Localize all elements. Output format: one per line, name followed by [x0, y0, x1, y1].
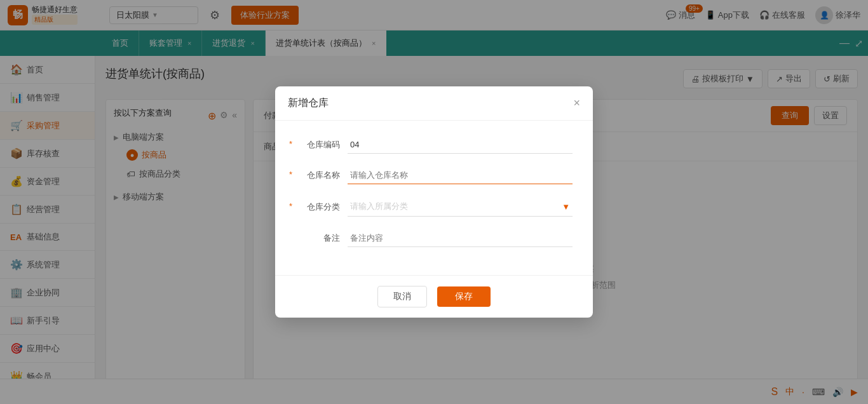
save-button[interactable]: 保存: [437, 286, 491, 307]
category-placeholder: 请输入所属分类: [350, 201, 408, 212]
modal-overlay[interactable]: 新增仓库 × 仓库编码 仓库名称 仓库分类 请输入所属分类 ▼: [0, 0, 868, 404]
new-warehouse-dialog: 新增仓库 × 仓库编码 仓库名称 仓库分类 请输入所属分类 ▼: [275, 86, 593, 318]
warehouse-category-select[interactable]: 请输入所属分类 ▼: [348, 197, 573, 217]
cancel-button[interactable]: 取消: [377, 286, 427, 307]
warehouse-name-input[interactable]: [348, 166, 573, 184]
dialog-title: 新增仓库: [288, 97, 329, 110]
warehouse-note-label: 备注: [295, 232, 340, 244]
warehouse-code-input[interactable]: [348, 136, 573, 154]
warehouse-category-row: 仓库分类 请输入所属分类 ▼: [295, 197, 573, 217]
dialog-footer: 取消 保存: [275, 275, 593, 318]
warehouse-note-input[interactable]: [348, 229, 573, 247]
warehouse-note-row: 备注: [295, 229, 573, 247]
warehouse-category-label: 仓库分类: [295, 201, 340, 213]
warehouse-name-row: 仓库名称: [295, 166, 573, 184]
chevron-down-icon: ▼: [562, 202, 570, 212]
dialog-header: 新增仓库 ×: [275, 86, 593, 121]
warehouse-code-label: 仓库编码: [295, 139, 340, 151]
dialog-close-button[interactable]: ×: [573, 97, 580, 110]
warehouse-code-row: 仓库编码: [295, 136, 573, 154]
warehouse-name-label: 仓库名称: [295, 170, 340, 181]
dialog-body: 仓库编码 仓库名称 仓库分类 请输入所属分类 ▼ 备注: [275, 121, 593, 275]
